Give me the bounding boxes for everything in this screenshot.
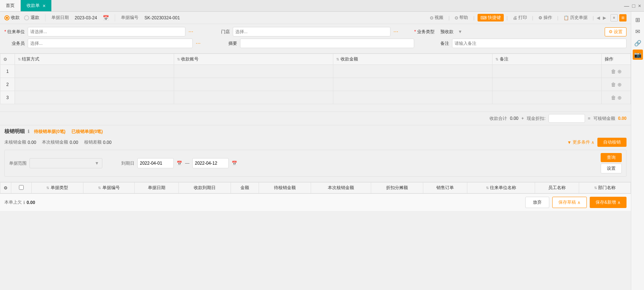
- col-employee: 员工名称: [535, 183, 579, 193]
- save-new-btn-label: 保存&新增: [596, 199, 616, 205]
- row-settlement-3[interactable]: [15, 91, 174, 104]
- grid-view-icon[interactable]: ⊞: [619, 14, 627, 21]
- select-all-checkbox[interactable]: [19, 185, 24, 190]
- tab-receipt[interactable]: 收款单 ×: [21, 0, 51, 11]
- nav-right-icon[interactable]: ▶: [603, 15, 606, 20]
- settings-button[interactable]: ⚙ 设置: [605, 27, 627, 36]
- date-to-input[interactable]: [192, 158, 229, 168]
- summary-input[interactable]: [240, 39, 415, 48]
- row-account-3[interactable]: [174, 91, 333, 104]
- close-icon[interactable]: ×: [638, 3, 641, 9]
- bottom-buttons: 放弃 保存草稿 ∧ 保存&新增 ∧: [525, 197, 627, 208]
- tab-close-icon[interactable]: ×: [43, 3, 46, 9]
- copy-row-3-icon[interactable]: ⊕: [617, 95, 622, 101]
- radio-receipt[interactable]: 收款: [4, 15, 20, 21]
- col-doc-number: ⇅ 单据编号: [83, 183, 135, 193]
- delete-row-3-icon[interactable]: 🗑: [611, 95, 616, 101]
- counterparty-input[interactable]: [28, 27, 185, 36]
- action-header-label: 操作: [605, 56, 613, 62]
- doc-number-label: 单据编号: [102, 185, 120, 190]
- filter-settings-btn[interactable]: 设置: [601, 164, 622, 173]
- filter-icon: ▼: [567, 140, 572, 145]
- counterparty-more-btn[interactable]: ···: [187, 28, 195, 35]
- date-separator: —: [185, 161, 189, 166]
- doc-type-label: 单据类型: [51, 185, 68, 190]
- range-select[interactable]: ▼: [30, 158, 102, 168]
- shortcut-btn[interactable]: ⌨ 快捷键: [478, 14, 504, 21]
- minimize-icon[interactable]: —: [624, 3, 629, 9]
- auto-verify-btn[interactable]: 自动核销: [597, 138, 627, 147]
- col-counterparty: ⇅ 往来单位名称: [467, 183, 535, 193]
- help-btn[interactable]: ⊙ 帮助: [452, 14, 470, 21]
- business-type-arrow[interactable]: ▼: [458, 29, 462, 34]
- query-btn[interactable]: 查询: [601, 153, 622, 162]
- date-label: 单据日期: [51, 15, 69, 21]
- store-field: 门店 ···: [209, 27, 400, 36]
- abandon-btn[interactable]: 放弃: [525, 197, 549, 208]
- rp-camera-icon[interactable]: 📷: [633, 50, 643, 60]
- video-btn[interactable]: ⊙ 视频: [428, 14, 445, 21]
- calendar-to-icon[interactable]: 📅: [232, 161, 237, 166]
- maximize-icon[interactable]: □: [632, 3, 635, 9]
- remark-field: 备注: [429, 39, 627, 48]
- list-view-icon[interactable]: ≡: [610, 14, 618, 21]
- verification-info-icon[interactable]: ℹ: [28, 129, 30, 134]
- delete-row-1-icon[interactable]: 🗑: [611, 68, 616, 74]
- table-settings-icon[interactable]: ⚙: [3, 57, 7, 62]
- row-remark-1[interactable]: [492, 65, 602, 78]
- draft-btn[interactable]: 保存草稿 ∧: [552, 197, 587, 208]
- row-account-1[interactable]: [174, 65, 333, 78]
- row-amount-1[interactable]: [333, 65, 492, 78]
- main-content: 收款 退款 单据日期 2023-03-24 📅 单据编号 SK-20230324…: [0, 12, 631, 290]
- store-more-btn[interactable]: ···: [392, 28, 400, 35]
- shortcut-icon: ⌨: [480, 15, 487, 20]
- remark-input[interactable]: [452, 39, 627, 48]
- save-new-btn-arrow: ∧: [617, 200, 621, 205]
- tab-home[interactable]: 首页: [0, 0, 21, 11]
- salesperson-more-btn[interactable]: ···: [194, 40, 202, 47]
- bottom-info: 本单上欠 ℹ 0.00: [4, 199, 35, 205]
- table-settings-icon2[interactable]: ⚙: [4, 185, 8, 191]
- radio-refund[interactable]: 退款: [24, 15, 39, 21]
- counterparty-label: 往来单位: [4, 29, 26, 35]
- row-remark-3[interactable]: [492, 91, 602, 104]
- video-label: 视频: [435, 15, 443, 21]
- calendar-icon[interactable]: 📅: [103, 15, 109, 21]
- radio-receipt-dot: [4, 15, 9, 20]
- calendar-from-icon[interactable]: 📅: [177, 161, 182, 166]
- form-row-1: 往来单位 ··· 门店 ··· 业务类型 预收款 ▼ ⚙ 设置: [4, 27, 627, 36]
- right-panel: ⊞ ✉ 🔗 📷: [631, 12, 644, 290]
- col-checkbox: ⚙: [0, 183, 11, 193]
- salesperson-input[interactable]: [28, 39, 193, 48]
- row-account-2[interactable]: [174, 78, 333, 91]
- store-input[interactable]: [233, 27, 390, 36]
- rp-table-icon[interactable]: ⊞: [633, 15, 643, 25]
- bottom-info-icon[interactable]: ℹ: [23, 200, 25, 205]
- current-amount-label: 本次核销金额: [328, 185, 354, 190]
- rp-link-icon[interactable]: 🔗: [633, 38, 643, 48]
- rp-envelope-icon[interactable]: ✉: [633, 26, 643, 36]
- col-doc-date: 单据日期: [135, 183, 179, 193]
- pending-tab[interactable]: 待核销单据(0笔): [32, 129, 67, 135]
- save-new-btn[interactable]: 保存&新增 ∧: [590, 197, 627, 208]
- row-amount-3[interactable]: [333, 91, 492, 104]
- copy-row-1-icon[interactable]: ⊕: [617, 68, 622, 74]
- row-amount-2[interactable]: [333, 78, 492, 91]
- nav-left-icon[interactable]: ◀: [597, 15, 600, 20]
- bottom-bar: 本单上欠 ℹ 0.00 放弃 保存草稿 ∧ 保存&新增 ∧: [0, 193, 631, 211]
- row-remark-2[interactable]: [492, 78, 602, 91]
- row-settlement-2[interactable]: [15, 78, 174, 91]
- more-conditions-btn[interactable]: ▼ 更多条件 ∧: [567, 139, 594, 145]
- completed-tab[interactable]: 已核销单据(0笔): [70, 129, 105, 135]
- history-btn[interactable]: 📋 历史单据: [561, 14, 590, 21]
- date-value: 2023-03-24: [75, 15, 97, 20]
- amount-header-label: 收款金额: [341, 56, 358, 62]
- row-settlement-1[interactable]: [15, 65, 174, 78]
- copy-row-2-icon[interactable]: ⊕: [617, 82, 622, 87]
- delete-row-2-icon[interactable]: 🗑: [611, 82, 616, 87]
- print-btn[interactable]: 🖨 打印: [511, 14, 529, 21]
- unverified-label: 未核销金额: [4, 139, 26, 145]
- operations-btn[interactable]: ⚙ 操作: [536, 14, 554, 21]
- date-from-input[interactable]: [137, 158, 174, 168]
- discount-input[interactable]: [549, 114, 585, 123]
